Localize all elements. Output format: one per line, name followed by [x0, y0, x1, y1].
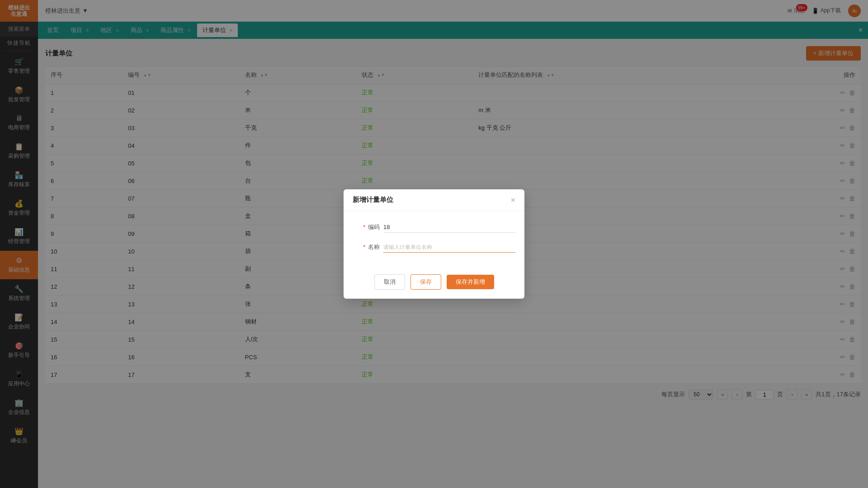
code-label: * 编码 [353, 223, 380, 231]
cancel-button[interactable]: 取消 [374, 274, 405, 290]
dialog-header: 新增计量单位 × [344, 189, 524, 211]
name-input[interactable] [383, 242, 515, 253]
name-label: * 名称 [353, 243, 380, 251]
code-required-mark: * [363, 224, 365, 230]
name-required-mark: * [363, 244, 365, 250]
code-field-row: * 编码 [353, 222, 515, 233]
dialog-title: 新增计量单位 [353, 196, 393, 204]
dialog-overlay: 新增计量单位 × * 编码 * 名称 [38, 0, 868, 488]
add-unit-dialog: 新增计量单位 × * 编码 * 名称 [344, 189, 524, 299]
dialog-body: * 编码 * 名称 [344, 211, 524, 269]
save-and-new-button[interactable]: 保存并新增 [447, 275, 494, 289]
main-area: 橙林进出生意 ▼ ✉ 消息 99+ 📱 App下载 Ai 首页 项目 × [38, 0, 868, 488]
save-button[interactable]: 保存 [410, 274, 441, 290]
dialog-footer: 取消 保存 保存并新增 [344, 269, 524, 299]
code-input[interactable] [383, 222, 515, 233]
dialog-close-button[interactable]: × [510, 196, 515, 204]
name-field-row: * 名称 [353, 242, 515, 253]
